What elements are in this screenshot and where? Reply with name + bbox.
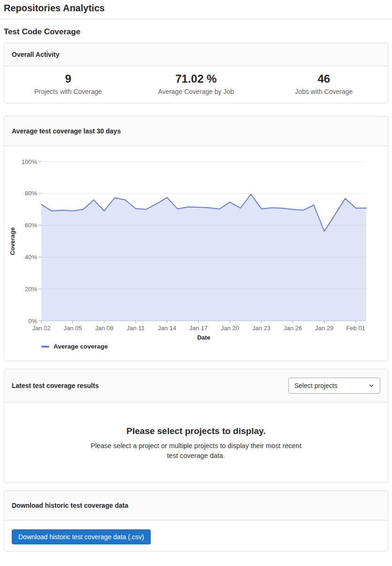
x-tick-label: Jan 02 bbox=[32, 325, 50, 332]
x-tick-label: Jan 17 bbox=[189, 325, 208, 332]
overall-activity-header: Overall Activity bbox=[4, 43, 388, 66]
y-tick-label: 100% bbox=[22, 158, 38, 165]
stat-jobs-with-coverage: 46 Jobs with Coverage bbox=[260, 72, 388, 95]
download-card-header: Download historic test coverage data bbox=[4, 491, 388, 520]
stat-value: 9 bbox=[4, 72, 132, 85]
stat-value: 71.02 % bbox=[132, 72, 260, 85]
stat-label: Projects with Coverage bbox=[4, 88, 132, 95]
x-tick-label: Jan 11 bbox=[127, 325, 145, 332]
stat-value: 46 bbox=[260, 72, 388, 85]
y-tick-label: 80% bbox=[25, 190, 37, 197]
chevron-down-icon bbox=[369, 383, 374, 388]
latest-results-card: Latest test coverage results Select proj… bbox=[4, 369, 388, 483]
empty-state: Please select projects to display. Pleas… bbox=[4, 403, 388, 482]
x-tick-label: Jan 14 bbox=[158, 325, 176, 332]
y-tick-label: 20% bbox=[25, 286, 37, 293]
overall-activity-stats: 9 Projects with Coverage 71.02 % Average… bbox=[4, 66, 388, 103]
x-axis-name: Date bbox=[197, 334, 210, 341]
legend-swatch-icon bbox=[41, 346, 49, 348]
coverage-chart-header: Average test coverage last 30 days bbox=[4, 116, 388, 146]
x-tick-label: Jan 20 bbox=[221, 325, 239, 332]
select-projects-label: Select projects bbox=[294, 382, 338, 389]
page-title: Repositories Analytics bbox=[4, 0, 388, 19]
latest-results-header: Latest test coverage results Select proj… bbox=[4, 369, 388, 403]
overall-activity-card: Overall Activity 9 Projects with Coverag… bbox=[4, 43, 388, 103]
y-axis-name: Coverage bbox=[9, 227, 16, 255]
y-tick-label: 60% bbox=[25, 222, 37, 229]
empty-state-description: Please select a project or multiple proj… bbox=[86, 441, 307, 461]
stat-projects-with-coverage: 9 Projects with Coverage bbox=[4, 72, 132, 95]
empty-state-title: Please select projects to display. bbox=[12, 426, 380, 436]
download-csv-button[interactable]: Download historic test coverage data (.c… bbox=[12, 529, 151, 544]
chart-legend[interactable]: Average coverage bbox=[41, 343, 108, 350]
x-tick-label: Jan 26 bbox=[284, 325, 302, 332]
chart-svg: 0%20%40%60%80%100%Jan 02Jan 05Jan 08Jan … bbox=[4, 146, 388, 361]
x-tick-label: Feb 01 bbox=[346, 325, 365, 332]
download-card-body: Download historic test coverage data (.c… bbox=[4, 520, 388, 551]
latest-results-title: Latest test coverage results bbox=[12, 382, 99, 389]
coverage-chart-card: Average test coverage last 30 days 0%20%… bbox=[4, 116, 388, 361]
x-tick-label: Jan 08 bbox=[95, 325, 113, 332]
stat-label: Average Coverage by Job bbox=[132, 88, 260, 95]
legend-label: Average coverage bbox=[54, 343, 108, 350]
download-card: Download historic test coverage data Dow… bbox=[4, 490, 388, 551]
stat-label: Jobs with Coverage bbox=[260, 88, 388, 95]
coverage-area-chart: 0%20%40%60%80%100%Jan 02Jan 05Jan 08Jan … bbox=[4, 146, 388, 361]
section-title: Test Code Coverage bbox=[4, 19, 388, 43]
x-tick-label: Jan 23 bbox=[252, 325, 270, 332]
x-tick-label: Jan 05 bbox=[63, 325, 82, 332]
y-tick-label: 40% bbox=[25, 254, 37, 261]
select-projects-dropdown[interactable]: Select projects bbox=[288, 378, 380, 394]
x-tick-label: Jan 29 bbox=[315, 325, 333, 332]
y-tick-label: 0% bbox=[28, 318, 37, 325]
stat-average-coverage: 71.02 % Average Coverage by Job bbox=[132, 72, 260, 95]
